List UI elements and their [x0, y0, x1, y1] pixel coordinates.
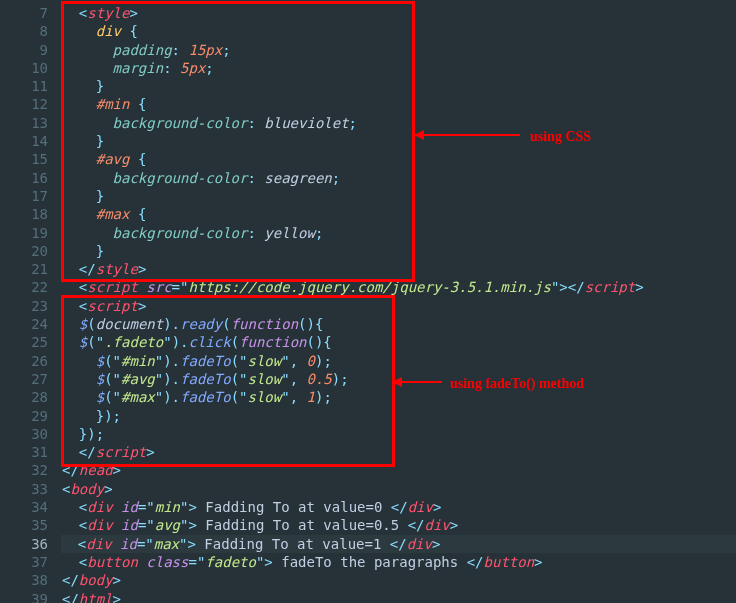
- line-number: 38: [0, 571, 48, 589]
- line-number: 39: [0, 590, 48, 604]
- code-area[interactable]: <style> div { padding: 15px; margin: 5px…: [62, 4, 736, 603]
- code-line[interactable]: $(document).ready(function(){: [62, 315, 736, 333]
- line-number: 12: [0, 95, 48, 113]
- code-editor: 7891011121314151617181920212223242526272…: [0, 0, 736, 603]
- code-line[interactable]: div {: [62, 22, 736, 40]
- code-line[interactable]: </head>: [62, 461, 736, 479]
- code-line[interactable]: <div id="avg"> Fadding To at value=0.5 <…: [62, 516, 736, 534]
- code-line[interactable]: </script>: [62, 443, 736, 461]
- line-number: 36: [0, 535, 48, 553]
- code-line[interactable]: #avg {: [62, 150, 736, 168]
- code-line[interactable]: $("#avg").fadeTo("slow", 0.5);: [62, 370, 736, 388]
- line-number: 22: [0, 278, 48, 296]
- code-line[interactable]: <body>: [62, 480, 736, 498]
- annotation-label-css: using CSS: [530, 128, 591, 146]
- line-number: 13: [0, 114, 48, 132]
- line-number: 7: [0, 4, 48, 22]
- code-line[interactable]: });: [62, 407, 736, 425]
- line-number: 15: [0, 150, 48, 168]
- code-line[interactable]: </html>: [62, 590, 736, 604]
- line-number: 18: [0, 205, 48, 223]
- code-line[interactable]: <script src="https://code.jquery.com/jqu…: [62, 278, 736, 296]
- line-number: 19: [0, 224, 48, 242]
- line-number: 28: [0, 388, 48, 406]
- line-number: 14: [0, 132, 48, 150]
- code-line[interactable]: </style>: [62, 260, 736, 278]
- code-line[interactable]: background-color: seagreen;: [62, 169, 736, 187]
- annotation-label-fadeto: using fadeTo() method: [450, 375, 584, 393]
- line-number: 26: [0, 352, 48, 370]
- line-number: 34: [0, 498, 48, 516]
- code-line[interactable]: <style>: [62, 4, 736, 22]
- code-line[interactable]: background-color: blueviolet;: [62, 114, 736, 132]
- line-number: 24: [0, 315, 48, 333]
- line-number: 10: [0, 59, 48, 77]
- code-line[interactable]: #min {: [62, 95, 736, 113]
- code-line[interactable]: margin: 5px;: [62, 59, 736, 77]
- code-line[interactable]: #max {: [62, 205, 736, 223]
- code-line[interactable]: background-color: yellow;: [62, 224, 736, 242]
- code-line[interactable]: </body>: [62, 571, 736, 589]
- line-number: 17: [0, 187, 48, 205]
- line-number: 8: [0, 22, 48, 40]
- code-line[interactable]: $(".fadeto").click(function(){: [62, 333, 736, 351]
- line-number: 31: [0, 443, 48, 461]
- code-line[interactable]: <button class="fadeto"> fadeTo the parag…: [62, 553, 736, 571]
- line-number: 11: [0, 77, 48, 95]
- line-number: 25: [0, 333, 48, 351]
- code-line[interactable]: $("#min").fadeTo("slow", 0);: [62, 352, 736, 370]
- line-number: 29: [0, 407, 48, 425]
- line-number: 33: [0, 480, 48, 498]
- line-number: 35: [0, 516, 48, 534]
- code-line[interactable]: <div id="min"> Fadding To at value=0 </d…: [62, 498, 736, 516]
- code-line[interactable]: }: [62, 242, 736, 260]
- code-line[interactable]: <script>: [62, 297, 736, 315]
- code-line[interactable]: $("#max").fadeTo("slow", 1);: [62, 388, 736, 406]
- line-number: 21: [0, 260, 48, 278]
- line-number: 37: [0, 553, 48, 571]
- code-line[interactable]: }: [62, 77, 736, 95]
- code-line[interactable]: <div id="max"> Fadding To at value=1 </d…: [61, 535, 736, 553]
- line-number: 9: [0, 41, 48, 59]
- code-line[interactable]: padding: 15px;: [62, 41, 736, 59]
- line-number: 16: [0, 169, 48, 187]
- code-line[interactable]: }: [62, 187, 736, 205]
- line-number-gutter: 7891011121314151617181920212223242526272…: [0, 4, 62, 603]
- line-number: 23: [0, 297, 48, 315]
- code-line[interactable]: });: [62, 425, 736, 443]
- line-number: 27: [0, 370, 48, 388]
- line-number: 20: [0, 242, 48, 260]
- code-line[interactable]: }: [62, 132, 736, 150]
- line-number: 30: [0, 425, 48, 443]
- line-number: 32: [0, 461, 48, 479]
